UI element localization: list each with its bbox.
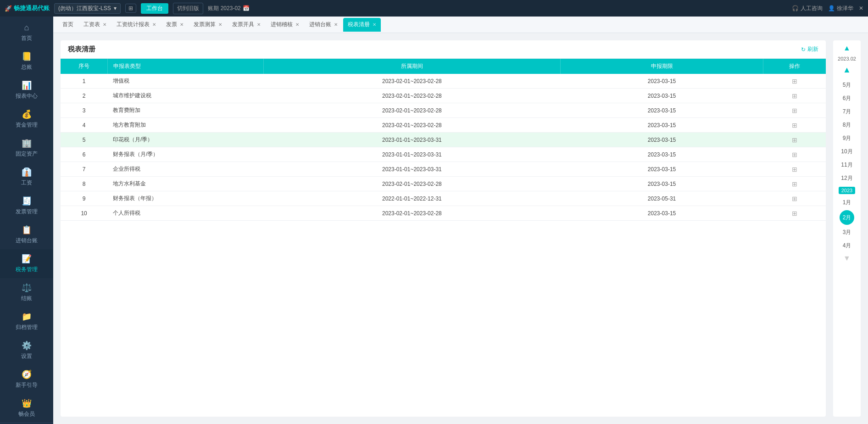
sidebar-item-purchase[interactable]: 📋 进销台账 [0, 220, 53, 249]
cal-month-12[interactable]: 12月 [833, 172, 861, 185]
tab-close-salary[interactable]: ✕ [103, 22, 106, 27]
refresh-icon: ↻ [801, 46, 806, 53]
cell-action[interactable]: ⊞ [763, 103, 826, 118]
close-button[interactable]: ✕ [859, 5, 863, 11]
cal-up-icon[interactable]: ▲ [841, 63, 853, 77]
table-row[interactable]: 9 财务报表（年报） 2022-01-01~2022-12-31 2023-05… [61, 191, 826, 206]
sidebar-item-reports[interactable]: 📊 报表中心 [0, 76, 53, 105]
view-icon[interactable]: ⊞ [792, 92, 797, 100]
tab-invoice-open[interactable]: 发票开具 ✕ [228, 18, 265, 32]
sidebar-item-settings[interactable]: ⚙️ 设置 [0, 336, 53, 365]
view-icon[interactable]: ⊞ [792, 195, 797, 202]
cell-action[interactable]: ⊞ [763, 162, 826, 177]
table-row[interactable]: 3 教育费附加 2023-02-01~2023-02-28 2023-03-15… [61, 103, 826, 118]
cell-deadline: 2023-03-15 [560, 177, 763, 191]
consult-button[interactable]: 🎧 人工咨询 [792, 5, 823, 12]
table-row[interactable]: 10 个人所得税 2023-02-01~2023-02-28 2023-03-1… [61, 206, 826, 221]
table-row[interactable]: 1 增值税 2023-02-01~2023-02-28 2023-03-15 ⊞ [61, 74, 826, 89]
user-menu[interactable]: 👤 徐泽华 [828, 5, 853, 12]
tab-close-purchase-ledger[interactable]: ✕ [334, 22, 338, 27]
cal-month-6[interactable]: 6月 [833, 92, 861, 105]
tab-purchase-ledger[interactable]: 进销台账 ✕ [305, 18, 342, 32]
cal-month-9[interactable]: 9月 [833, 132, 861, 145]
cell-action[interactable]: ⊞ [763, 118, 826, 133]
table-row[interactable]: 4 地方教育附加 2023-02-01~2023-02-28 2023-03-1… [61, 118, 826, 133]
table-row[interactable]: 6 财务报表（月/季） 2023-01-01~2023-03-31 2023-0… [61, 147, 826, 162]
tab-tax-clear[interactable]: 税表清册 ✕ [343, 18, 381, 32]
cal-month-11[interactable]: 11月 [833, 158, 861, 172]
table-row[interactable]: 7 企业所得税 2023-01-01~2023-03-31 2023-03-15… [61, 162, 826, 177]
cell-action[interactable]: ⊞ [763, 191, 826, 206]
view-icon[interactable]: ⊞ [792, 107, 797, 114]
tab-home[interactable]: 首页 [58, 18, 78, 32]
sidebar-item-home[interactable]: ⌂ 首页 [0, 18, 53, 47]
archive-icon: 📁 [22, 312, 32, 322]
cal-month-8[interactable]: 8月 [833, 118, 861, 132]
tab-close-invoice-check[interactable]: ✕ [218, 22, 222, 27]
tab-invoice[interactable]: 发票 ✕ [161, 18, 188, 32]
tab-invoice-check[interactable]: 发票测算 ✕ [189, 18, 227, 32]
workbench-button[interactable]: 工作台 [141, 3, 168, 14]
settlement-icon: ⚖️ [22, 283, 32, 293]
sidebar-item-salary[interactable]: 👔 工资 [0, 162, 53, 191]
cal-prev-btn[interactable]: ▲ [841, 42, 852, 54]
cal-month-7[interactable]: 7月 [833, 105, 861, 118]
tab-salary-report[interactable]: 工资统计报表 ✕ [112, 18, 161, 32]
view-icon[interactable]: ⊞ [792, 180, 797, 188]
view-icon[interactable]: ⊞ [792, 122, 797, 129]
cell-deadline: 2023-03-15 [560, 118, 763, 133]
tab-purchase-check[interactable]: 进销稽核 ✕ [266, 18, 304, 32]
sidebar-item-ledger[interactable]: 📒 总账 [0, 47, 53, 76]
view-icon[interactable]: ⊞ [792, 210, 797, 217]
cal-month-10[interactable]: 10月 [833, 145, 861, 158]
sidebar-item-assets[interactable]: 🏢 固定资产 [0, 134, 53, 162]
headset-icon: 🎧 [792, 5, 799, 11]
top-bar-right: 🎧 人工咨询 👤 徐泽华 ✕ [792, 5, 863, 12]
cell-action[interactable]: ⊞ [763, 74, 826, 89]
tax-icon: 📝 [22, 254, 32, 264]
tab-salary[interactable]: 工资表 ✕ [79, 18, 111, 32]
switch-old-button[interactable]: 切到旧版 [173, 3, 203, 14]
calendar-icon[interactable]: 📅 [243, 5, 250, 11]
sidebar-label: 工资 [21, 179, 32, 187]
company-selector[interactable]: (勿动）江西股宝-LSS ▾ [54, 3, 121, 14]
sidebar-item-funds[interactable]: 💰 资金管理 [0, 105, 53, 134]
sidebar-item-settlement[interactable]: ⚖️ 结账 [0, 278, 53, 307]
view-icon[interactable]: ⊞ [792, 166, 797, 173]
sidebar-item-guide[interactable]: 🧭 新手引导 [0, 365, 53, 394]
cal-month-5[interactable]: 5月 [833, 78, 861, 92]
refresh-button[interactable]: ↻ 刷新 [801, 45, 818, 53]
cell-type: 地方教育附加 [107, 118, 263, 133]
cal-month-2023-4[interactable]: 4月 [833, 239, 861, 252]
tab-close-purchase-check[interactable]: ✕ [295, 22, 299, 27]
sidebar-item-archive[interactable]: 📁 归档管理 [0, 307, 53, 336]
cal-month-2023-1[interactable]: 1月 [833, 196, 861, 209]
cal-month-2023-3[interactable]: 3月 [833, 226, 861, 239]
tab-close-tax-clear[interactable]: ✕ [373, 22, 376, 27]
cal-down-icon[interactable]: ▼ [841, 252, 852, 264]
cell-action[interactable]: ⊞ [763, 133, 826, 147]
cal-month-2023-2-active[interactable]: 2月 [840, 210, 854, 225]
sidebar-item-member[interactable]: 👑 畅会员 [0, 394, 53, 423]
logo-icon: 🚀 [5, 5, 12, 12]
tab-close-invoice[interactable]: ✕ [180, 22, 184, 27]
view-icon[interactable]: ⊞ [792, 78, 797, 85]
view-icon[interactable]: ⊞ [792, 136, 797, 144]
tab-close-invoice-open[interactable]: ✕ [257, 22, 261, 27]
table-row[interactable]: 2 城市维护建设税 2023-02-01~2023-02-28 2023-03-… [61, 89, 826, 103]
cell-deadline: 2023-03-15 [560, 162, 763, 177]
cell-action[interactable]: ⊞ [763, 177, 826, 191]
sidebar-item-tax[interactable]: 📝 税务管理 [0, 249, 53, 278]
top-bar: 🚀 畅捷通易代账 (勿动）江西股宝-LSS ▾ ⊞ 工作台 切到旧版 账期 20… [0, 0, 868, 17]
view-icon[interactable]: ⊞ [792, 151, 797, 158]
cell-action[interactable]: ⊞ [763, 147, 826, 162]
cell-period: 2023-01-01~2023-03-31 [264, 133, 561, 147]
cell-action[interactable]: ⊞ [763, 206, 826, 221]
sidebar-item-invoice[interactable]: 🧾 发票管理 [0, 191, 53, 220]
table-row[interactable]: 5 印花税（月/季） 2023-01-01~2023-03-31 2023-03… [61, 133, 826, 147]
tab-close-salary-report[interactable]: ✕ [152, 22, 156, 27]
cell-action[interactable]: ⊞ [763, 89, 826, 103]
copy-button[interactable]: ⊞ [125, 4, 136, 13]
table-row[interactable]: 8 地方水利基金 2023-02-01~2023-02-28 2023-03-1… [61, 177, 826, 191]
salary-icon: 👔 [22, 167, 32, 177]
